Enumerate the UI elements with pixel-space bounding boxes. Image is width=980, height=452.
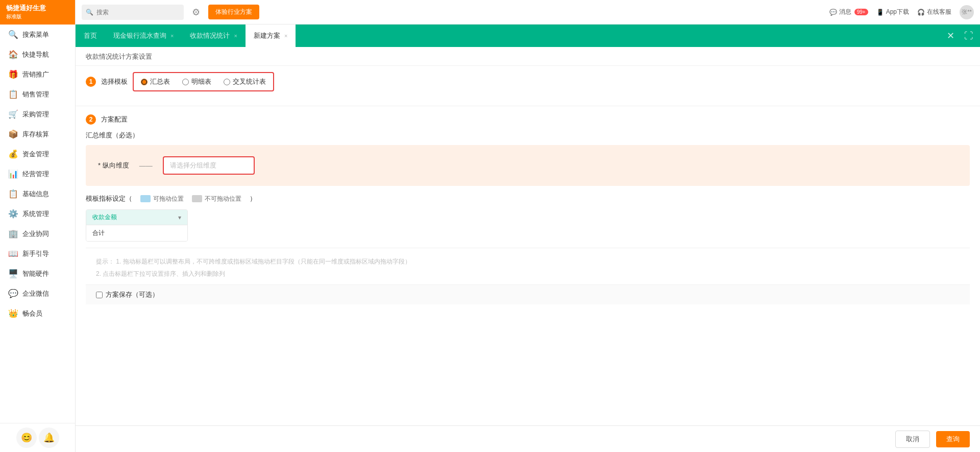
- chart-icon: 📊: [8, 169, 18, 179]
- step1-title-row: 1 选择模板 汇总表 明细表 交叉统计表: [86, 72, 970, 91]
- sidebar-item-marketing[interactable]: 🎁 营销推广: [0, 64, 75, 84]
- user-avatar[interactable]: 张**: [960, 5, 974, 19]
- sidebar-item-label: 系统管理: [22, 209, 49, 219]
- indicator-settings-header: 模板指标设定（ 可拖动位置 不可拖动位置 ）: [86, 194, 970, 203]
- option-detail[interactable]: 明细表: [182, 77, 211, 86]
- sidebar-item-label: 智能硬件: [22, 269, 49, 278]
- message-icon: 💬: [829, 9, 837, 16]
- save-checkbox[interactable]: [96, 292, 103, 298]
- radio-cross[interactable]: [224, 79, 230, 85]
- sidebar-item-finance[interactable]: 💰 资金管理: [0, 144, 75, 164]
- tips-line-1: 提示： 1. 拖动标题栏可以调整布局，不可跨维度或指标区域拖动栏目字段（只能在同…: [96, 256, 960, 268]
- tab-close-all-btn[interactable]: ✕: [943, 29, 958, 43]
- sidebar-item-purchase[interactable]: 🛒 采购管理: [0, 104, 75, 124]
- tab-new-scheme-close[interactable]: ×: [284, 33, 287, 39]
- sidebar-item-basic-info[interactable]: 📋 基础信息: [0, 184, 75, 204]
- indicator-table-row-1: 合计: [86, 225, 187, 241]
- sidebar-item-operations[interactable]: 📊 经营管理: [0, 164, 75, 184]
- arrow-icon: ——: [139, 162, 153, 170]
- step2-badge: 2: [86, 114, 96, 125]
- template-options: 汇总表 明细表 交叉统计表: [133, 72, 274, 91]
- tab-expand-btn[interactable]: ⛶: [962, 29, 976, 43]
- messages-btn[interactable]: 💬 消息 99+: [829, 8, 868, 16]
- box-icon: 📦: [8, 129, 18, 139]
- sidebar-item-quick-nav[interactable]: 🏠 快捷导航: [0, 44, 75, 64]
- msg-badge: 99+: [854, 9, 868, 15]
- gear-icon[interactable]: ⚙: [192, 7, 200, 18]
- online-service-btn[interactable]: 🎧 在线客服: [917, 8, 951, 16]
- option-summary[interactable]: 汇总表: [141, 77, 170, 86]
- topbar: 🔍 ⚙ 体验行业方案 💬 消息 99+ 📱 App下载 🎧 在线客服 张**: [76, 0, 980, 25]
- option-cross-label: 交叉统计表: [233, 77, 266, 86]
- topbar-search-box[interactable]: 🔍: [82, 5, 184, 20]
- sidebar-item-enterprise[interactable]: 🏢 企业协同: [0, 224, 75, 244]
- indicator-table-header[interactable]: 收款金额 ▾: [86, 210, 187, 225]
- breadcrumb: 收款情况统计方案设置: [86, 53, 152, 60]
- sidebar-item-vip[interactable]: 👑 畅会员: [0, 303, 75, 323]
- sidebar-item-sales[interactable]: 📋 销售管理: [0, 84, 75, 104]
- option-cross[interactable]: 交叉统计表: [224, 77, 266, 86]
- indicator-table-row-1-label: 合计: [92, 229, 105, 236]
- sidebar-item-label: 库存核算: [22, 130, 49, 139]
- sidebar-item-smart-hw[interactable]: 🖥️ 智能硬件: [0, 264, 75, 283]
- topbar-right: 💬 消息 99+ 📱 App下载 🎧 在线客服 张**: [829, 5, 974, 19]
- tab-receipt-stats[interactable]: 收款情况统计 ×: [182, 25, 245, 47]
- radio-detail[interactable]: [182, 79, 189, 85]
- edition-label: 标准版: [6, 13, 46, 20]
- sidebar-item-search-menu[interactable]: 🔍 搜索菜单: [0, 25, 75, 44]
- industry-btn[interactable]: 体验行业方案: [208, 5, 259, 19]
- step2-section: 2 方案配置 汇总维度（必选） * 纵向维度 —— 请选择分组维度 模板指标设定…: [76, 110, 980, 313]
- nav-tabs: 首页 现金银行流水查询 × 收款情况统计 × 新建方案 × ✕ ⛶: [76, 25, 980, 47]
- dimension-title: 汇总维度（必选）: [86, 131, 970, 140]
- tab-receipt-stats-close[interactable]: ×: [234, 33, 237, 39]
- tab-new-scheme[interactable]: 新建方案 ×: [246, 25, 296, 47]
- sidebar-item-label: 企业微信: [22, 289, 49, 298]
- content-inner: 收款情况统计方案设置 1 选择模板 汇总表 明细表: [76, 47, 980, 425]
- headset-icon: 🎧: [917, 9, 925, 16]
- tab-bank-flow[interactable]: 现金银行流水查询 ×: [105, 25, 182, 47]
- nav-tabs-right: ✕ ⛶: [943, 29, 980, 43]
- tab-new-scheme-label: 新建方案: [254, 31, 280, 40]
- sidebar-item-wechat[interactable]: 💬 企业微信: [0, 283, 75, 303]
- sidebar-logo: 畅捷通好生意 标准版: [0, 0, 75, 25]
- tips-section: 提示： 1. 拖动标题栏可以调整布局，不可跨维度或指标区域拖动栏目字段（只能在同…: [86, 248, 970, 284]
- msg-label: 消息: [839, 8, 851, 16]
- indicator-table-header-label: 收款金额: [92, 213, 117, 222]
- radio-summary[interactable]: [141, 79, 148, 85]
- step2-label: 方案配置: [101, 115, 128, 124]
- wechat-icon: 💬: [8, 289, 18, 298]
- sidebar-bottom-btn-1[interactable]: 😊: [16, 427, 37, 448]
- sidebar-item-label: 资金管理: [22, 150, 49, 159]
- sidebar-item-system[interactable]: ⚙️ 系统管理: [0, 204, 75, 224]
- nodrag-box-icon: [192, 195, 202, 202]
- money-icon: 💰: [8, 149, 18, 159]
- sidebar-item-label: 新手引导: [22, 249, 49, 258]
- sidebar-item-label: 营销推广: [22, 70, 49, 79]
- save-checkbox-label[interactable]: 方案保存（可选）: [96, 290, 159, 299]
- tab-receipt-stats-label: 收款情况统计: [190, 31, 230, 40]
- legend-nodrag: 不可拖动位置: [192, 195, 241, 203]
- nodrag-label: 不可拖动位置: [205, 195, 241, 203]
- query-button[interactable]: 查询: [936, 431, 970, 447]
- app-download-btn[interactable]: 📱 App下载: [876, 8, 909, 16]
- step1-badge: 1: [86, 77, 96, 87]
- tab-home[interactable]: 首页: [76, 25, 105, 47]
- dimension-placeholder: 请选择分组维度: [170, 161, 216, 170]
- sidebar-bottom: 😊 🔔: [0, 423, 75, 452]
- page-header: 收款情况统计方案设置: [76, 47, 980, 66]
- sidebar-item-label: 畅会员: [22, 309, 42, 318]
- search-input[interactable]: [96, 9, 168, 16]
- app-label: App下载: [886, 8, 909, 16]
- dropdown-icon[interactable]: ▾: [178, 214, 181, 221]
- sidebar-bottom-btn-2[interactable]: 🔔: [39, 427, 59, 448]
- indicator-table: 收款金额 ▾ 合计: [86, 209, 188, 242]
- indicator-settings: 模板指标设定（ 可拖动位置 不可拖动位置 ） 收款金额: [86, 194, 970, 244]
- main: 🔍 ⚙ 体验行业方案 💬 消息 99+ 📱 App下载 🎧 在线客服 张**: [76, 0, 980, 452]
- dimension-selector[interactable]: 请选择分组维度: [163, 156, 255, 175]
- cart-icon: 🛒: [8, 109, 18, 119]
- sidebar-item-inventory[interactable]: 📦 库存核算: [0, 124, 75, 144]
- tab-bank-flow-close[interactable]: ×: [170, 33, 174, 39]
- tab-home-label: 首页: [84, 31, 97, 40]
- sidebar-item-guide[interactable]: 📖 新手引导: [0, 244, 75, 264]
- cancel-button[interactable]: 取消: [895, 431, 930, 448]
